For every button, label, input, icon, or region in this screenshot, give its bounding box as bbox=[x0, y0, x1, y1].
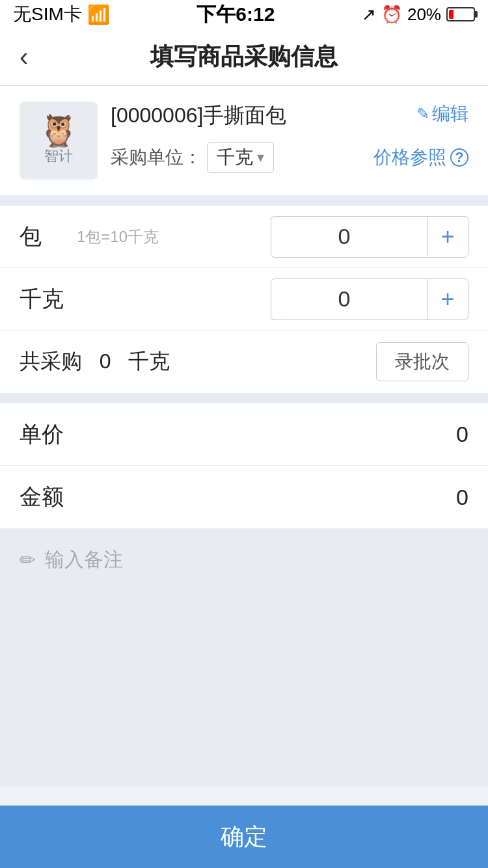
section-divider-2 bbox=[0, 393, 488, 403]
status-left: 无SIM卡 📶 bbox=[13, 2, 110, 27]
carrier-text: 无SIM卡 bbox=[13, 2, 82, 27]
back-button[interactable]: ‹ bbox=[20, 42, 59, 72]
thumb-label: 智计 bbox=[44, 146, 73, 166]
bag-label: 包 bbox=[20, 222, 72, 252]
amount-label: 金额 bbox=[20, 482, 64, 512]
confirm-label: 确定 bbox=[221, 821, 267, 853]
batch-button[interactable]: 录批次 bbox=[376, 342, 468, 381]
wifi-icon: 📶 bbox=[87, 4, 110, 25]
remark-placeholder: 输入备注 bbox=[45, 547, 123, 573]
kg-input-controls: + bbox=[271, 278, 468, 320]
bag-input-row: 包 1包=10千克 + bbox=[0, 206, 488, 268]
product-card: 🦉 智计 [0000006]手撕面包 ✎ 编辑 采购单位： 千克 ▾ 价格参照 bbox=[0, 86, 488, 195]
location-icon: ↗ bbox=[362, 5, 376, 25]
unit-price-label: 单价 bbox=[20, 420, 64, 450]
total-row: 共采购 0 千克 录批次 bbox=[0, 331, 488, 393]
alarm-icon: ⏰ bbox=[381, 5, 402, 25]
status-bar: 无SIM卡 📶 下午6:12 ↗ ⏰ 20% bbox=[0, 0, 488, 29]
unit-price-value: 0 bbox=[456, 422, 468, 447]
edit-icon: ✎ bbox=[416, 105, 429, 123]
price-amount-section: 单价 0 金额 0 bbox=[0, 403, 488, 528]
unit-select[interactable]: 千克 ▾ bbox=[207, 142, 274, 173]
unit-value: 千克 bbox=[217, 145, 253, 170]
remark-section[interactable]: ✏ 输入备注 bbox=[0, 528, 488, 591]
product-header: [0000006]手撕面包 ✎ 编辑 bbox=[111, 102, 468, 130]
product-unit-row: 采购单位： 千克 ▾ 价格参照 ? bbox=[111, 142, 468, 173]
kg-label: 千克 bbox=[20, 284, 72, 314]
kg-input-row: 千克 + bbox=[0, 268, 488, 331]
product-name: [0000006]手撕面包 bbox=[111, 102, 286, 130]
status-right: ↗ ⏰ 20% bbox=[362, 5, 475, 25]
page-title: 填写商品采购信息 bbox=[150, 41, 338, 73]
unit-price-row: 单价 0 bbox=[0, 403, 488, 466]
product-info: [0000006]手撕面包 ✎ 编辑 采购单位： 千克 ▾ 价格参照 ? bbox=[111, 102, 468, 173]
edit-label: 编辑 bbox=[432, 102, 468, 126]
battery-indicator bbox=[446, 7, 475, 21]
bag-plus-button[interactable]: + bbox=[427, 216, 468, 258]
section-divider-1 bbox=[0, 195, 488, 206]
price-ref-label: 价格参照 bbox=[373, 145, 446, 170]
unit-dropdown-arrow: ▾ bbox=[257, 149, 264, 166]
battery-percent: 20% bbox=[407, 5, 441, 25]
bottom-space bbox=[0, 591, 488, 787]
bag-sublabel: 1包=10千克 bbox=[77, 226, 159, 247]
input-section: 包 1包=10千克 + 千克 + bbox=[0, 206, 488, 331]
product-thumbnail: 🦉 智计 bbox=[20, 102, 98, 180]
edit-button[interactable]: ✎ 编辑 bbox=[416, 102, 468, 126]
amount-row: 金额 0 bbox=[0, 466, 488, 528]
amount-value: 0 bbox=[456, 485, 468, 510]
price-ref-button[interactable]: 价格参照 ? bbox=[373, 145, 468, 170]
bag-input-controls: + bbox=[271, 216, 468, 258]
total-label: 共采购 0 千克 bbox=[20, 347, 170, 376]
kg-plus-button[interactable]: + bbox=[427, 278, 468, 320]
unit-label: 采购单位： bbox=[111, 145, 202, 170]
nav-bar: ‹ 填写商品采购信息 bbox=[0, 29, 488, 86]
bag-quantity-input[interactable] bbox=[271, 216, 427, 258]
owl-icon: 🦉 bbox=[39, 115, 78, 146]
info-icon: ? bbox=[450, 148, 468, 167]
status-time: 下午6:12 bbox=[197, 1, 275, 28]
pencil-icon: ✏ bbox=[20, 549, 36, 571]
kg-quantity-input[interactable] bbox=[271, 278, 427, 320]
confirm-bar[interactable]: 确定 bbox=[0, 806, 488, 868]
